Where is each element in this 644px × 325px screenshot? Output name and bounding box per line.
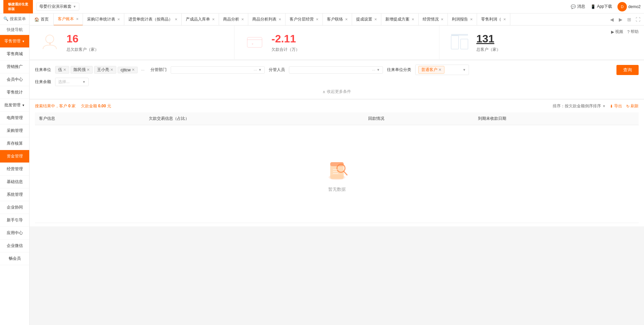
dept-filter-more[interactable]: ···: [254, 68, 257, 72]
svg-rect-6: [451, 34, 468, 36]
dept-filter-select[interactable]: ··· ▼: [171, 66, 265, 74]
tab-cost-inbound[interactable]: 产成品入库单 ✕: [182, 13, 219, 26]
sidebar-item-retail-shop[interactable]: 零售商城: [0, 48, 29, 61]
tab-ops-situation[interactable]: 经营情况 ✕: [419, 13, 448, 26]
unit-tag-cjttcw-remove[interactable]: ✕: [132, 68, 135, 72]
user-profile[interactable]: D demo2: [617, 2, 641, 11]
tab-customer-connect[interactable]: 客户联络 ✕: [323, 13, 352, 26]
balance-filter-select[interactable]: 选择... ▼: [55, 78, 89, 86]
unit-tag-wang-remove[interactable]: ✕: [110, 68, 113, 72]
industry-select[interactable]: 母婴行业演示账套 ▼: [36, 3, 79, 10]
sidebar-item-finance-label: 资金管理: [7, 154, 23, 158]
tab-purchase-order-close[interactable]: ✕: [117, 17, 120, 21]
tab-expand-button[interactable]: ⊞: [626, 16, 633, 23]
tab-customer-layer-close[interactable]: ✕: [316, 17, 318, 21]
sort-select[interactable]: 排序：按欠款金额倒序排序 ▼: [553, 103, 606, 109]
app-download-button[interactable]: 📱 App下载: [591, 4, 612, 9]
sidebar-item-inventory-label: 库存核算: [7, 141, 23, 146]
video-link[interactable]: ▶ 视频: [611, 29, 623, 35]
stat1-label: 总欠款客户（家）: [67, 47, 99, 52]
svg-rect-4: [451, 36, 459, 49]
sidebar-item-app-center[interactable]: 应用中心: [0, 227, 29, 240]
unit-tag-more[interactable]: ···: [139, 67, 146, 73]
tab-retail-profit-close[interactable]: ✕: [503, 17, 506, 21]
page-body: ¥ 16 总欠款客户（家）: [30, 26, 644, 325]
tab-goods-list-close[interactable]: ✕: [278, 17, 281, 21]
help-link[interactable]: ? 帮助: [627, 29, 639, 35]
sidebar-item-enterprise-wechat[interactable]: 企业微信: [0, 240, 29, 252]
tab-customer-connect-label: 客户联络: [327, 16, 343, 22]
tab-raise-settings-close[interactable]: ✕: [374, 17, 377, 21]
tab-customer-book[interactable]: 客户账本 ✕: [54, 13, 83, 26]
main-content: 🏠 首页 客户账本 ✕ 采购订单统计表 ✕ 进货单统计表（按商品） ✕ 产成品入…: [30, 13, 644, 325]
tab-purchase-order-stats[interactable]: 采购订单统计表 ✕: [83, 13, 124, 26]
tab-bar: 🏠 首页 客户账本 ✕ 采购订单统计表 ✕ 进货单统计表（按商品） ✕ 产成品入…: [30, 13, 644, 26]
sidebar-item-sys-mgmt[interactable]: 系统管理: [0, 188, 29, 201]
tab-cost-close[interactable]: ✕: [212, 17, 215, 21]
tab-ops-close[interactable]: ✕: [441, 17, 443, 21]
tab-new-raise-plan[interactable]: 新增提成方案 ✕: [381, 13, 419, 26]
unit-tag-wu-remove[interactable]: ✕: [63, 68, 66, 72]
tab-goods-analysis-list[interactable]: 商品分析列表 ✕: [248, 13, 286, 26]
sidebar-item-ecommerce[interactable]: 电商管理: [0, 112, 29, 124]
tab-incoming-close[interactable]: ✕: [175, 17, 177, 21]
tab-next-button[interactable]: ▶: [617, 16, 624, 23]
tab-customer-connect-close[interactable]: ✕: [345, 17, 348, 21]
sidebar-item-new-guide[interactable]: 新手引导: [0, 214, 29, 227]
category-filter-select[interactable]: 普通客户 ✕ ▼: [415, 65, 469, 75]
tab-customer-book-close[interactable]: ✕: [76, 17, 79, 21]
export-button[interactable]: ⬇ 导出: [610, 103, 622, 109]
sidebar-item-enterprise-collab[interactable]: 企业协同: [0, 201, 29, 214]
sidebar-item-member-center[interactable]: 会员中心: [0, 73, 29, 86]
results-customer-count: 0: [68, 104, 71, 108]
sidebar-item-retail-stats[interactable]: 零售统计: [0, 86, 29, 99]
sidebar-item-operations[interactable]: 经营管理: [0, 163, 29, 176]
tab-fullscreen-button[interactable]: ⛶: [635, 16, 641, 23]
unit-tag-wu: 伍 ✕: [55, 66, 69, 74]
sidebar-item-finance[interactable]: 资金管理: [0, 150, 29, 163]
tab-goods-analysis[interactable]: 商品分析 ✕: [219, 13, 248, 26]
top-right: 💬 消息 📱 App下载 D demo2: [571, 2, 641, 11]
sidebar-quick-nav[interactable]: 快捷导航: [0, 25, 29, 35]
collapse-button[interactable]: ∧ 收起更多条件: [35, 89, 639, 95]
person-filter-select[interactable]: ··· ▼: [289, 66, 383, 74]
sidebar-item-wholesale-mgmt[interactable]: 批发管理 ▼: [0, 99, 29, 112]
query-button[interactable]: 查询: [616, 65, 639, 75]
category-tag-remove[interactable]: ✕: [438, 68, 441, 72]
sidebar-item-inventory[interactable]: 库存核算: [0, 137, 29, 150]
refresh-button[interactable]: ↻ 刷新: [626, 103, 639, 109]
tab-raise-settings[interactable]: 提成设置 ✕: [352, 13, 381, 26]
stat2-value: -2.11: [271, 32, 300, 45]
tab-prev-button[interactable]: ◀: [608, 16, 615, 23]
tab-incoming-stats[interactable]: 进货单统计表（按商品） ✕: [124, 13, 182, 26]
sidebar-item-sys-mgmt-label: 系统管理: [7, 192, 23, 197]
tab-retail-profit[interactable]: 零售利润（ ✕: [477, 13, 510, 26]
sidebar-item-ecommerce-label: 电商管理: [7, 115, 23, 120]
tab-goods-close[interactable]: ✕: [241, 17, 244, 21]
person-filter-more[interactable]: ···: [372, 68, 375, 72]
balance-filter-label: 往来余额: [35, 79, 51, 85]
data-table: 客户信息 欠款交易信息（占比） 回款情况 到期未收款日期: [35, 112, 639, 223]
avatar: D: [617, 2, 627, 11]
sidebar-item-retail-mgmt[interactable]: 零售管理 ▼: [0, 35, 29, 48]
sidebar-item-basic-info[interactable]: 基础信息: [0, 176, 29, 188]
sidebar-item-vip-member[interactable]: 畅会员: [0, 252, 29, 265]
tab-new-raise-close[interactable]: ✕: [412, 17, 414, 21]
tab-profit-report-close[interactable]: ✕: [470, 17, 473, 21]
message-button[interactable]: 💬 消息: [571, 4, 585, 9]
tab-customer-layer[interactable]: 客户分层经营 ✕: [286, 13, 323, 26]
tab-goods-analysis-list-label: 商品分析列表: [252, 16, 276, 22]
filter-row-2: 往来余额 选择... ▼: [35, 78, 639, 86]
tab-profit-report[interactable]: 利润报告 ✕: [448, 13, 477, 26]
svg-text:¥: ¥: [49, 42, 51, 46]
help-label: 帮助: [631, 29, 639, 35]
sidebar-search[interactable]: 🔍 搜索菜单: [0, 13, 29, 25]
sidebar-item-purchase[interactable]: 采购管理: [0, 124, 29, 137]
sidebar-item-vip-member-label: 畅会员: [9, 256, 21, 261]
tab-purchase-order-stats-label: 采购订单统计表: [87, 16, 115, 22]
table-head: 客户信息 欠款交易信息（占比） 回款情况 到期未收款日期: [35, 112, 639, 125]
sidebar-item-marketing[interactable]: 营销推广: [0, 61, 29, 73]
unit-tag-cjttcw-label: cjttcw: [121, 68, 131, 72]
unit-tag-chen-remove[interactable]: ✕: [87, 68, 90, 72]
tab-home[interactable]: 🏠 首页: [30, 13, 54, 26]
